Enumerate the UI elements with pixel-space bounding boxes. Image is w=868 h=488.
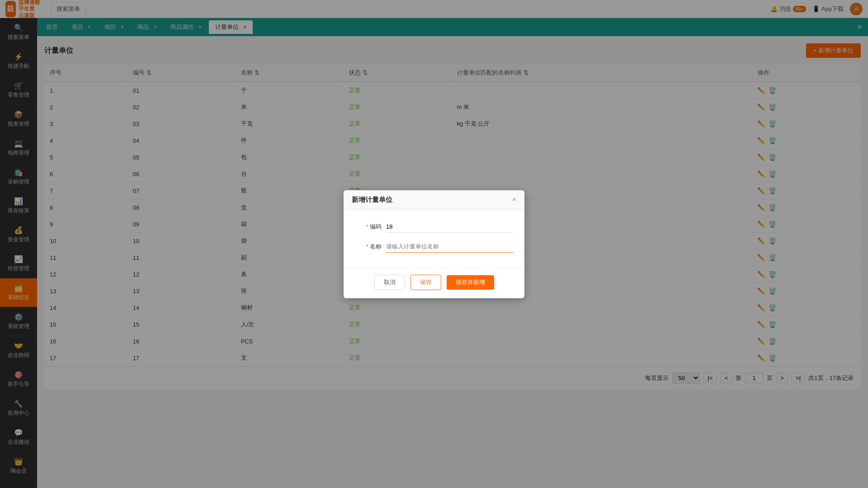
save-button[interactable]: 保存 xyxy=(410,275,441,290)
modal-header: 新增计量单位 × xyxy=(344,190,524,210)
modal-overlay[interactable]: 新增计量单位 × *编码 *名称 取消 保存 保存并新增 xyxy=(0,0,868,488)
form-row-name: *名称 xyxy=(354,241,514,253)
save-and-new-button[interactable]: 保存并新增 xyxy=(447,275,494,290)
modal-body: *编码 *名称 xyxy=(344,210,524,268)
code-input[interactable] xyxy=(386,221,514,233)
add-measure-unit-modal: 新增计量单位 × *编码 *名称 取消 保存 保存并新增 xyxy=(344,190,524,298)
modal-footer: 取消 保存 保存并新增 xyxy=(344,268,524,298)
cancel-button[interactable]: 取消 xyxy=(374,275,405,290)
form-row-code: *编码 xyxy=(354,221,514,233)
code-label: *编码 xyxy=(354,223,382,231)
name-label: *名称 xyxy=(354,243,382,251)
name-input[interactable] xyxy=(386,241,514,253)
modal-close-button[interactable]: × xyxy=(512,196,516,204)
modal-title: 新增计量单位 xyxy=(352,196,392,204)
